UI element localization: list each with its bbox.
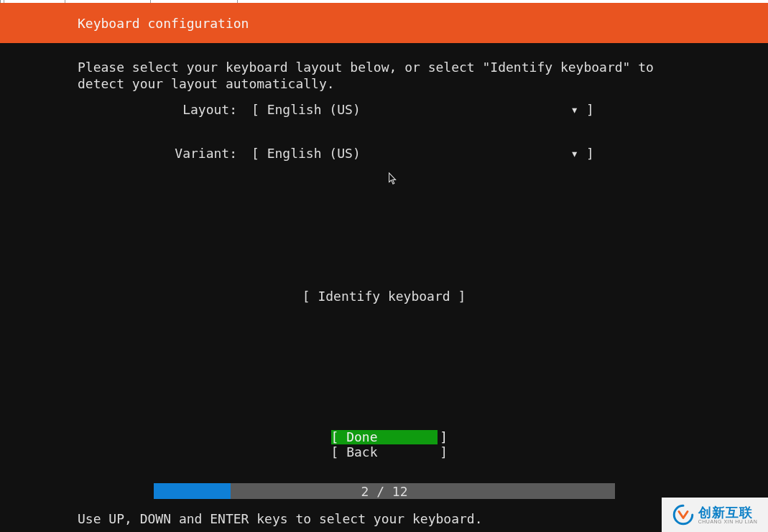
installer-header: Keyboard configuration xyxy=(0,3,768,43)
layout-dropdown[interactable]: [ English (US) ▾ ] xyxy=(251,102,594,117)
variant-label: Variant: xyxy=(0,146,251,161)
watermark: 创新互联 CHUANG XIN HU LIAN xyxy=(662,498,768,532)
hint-text: Use UP, DOWN and ENTER keys to select yo… xyxy=(78,511,483,526)
progress-bar: 2 / 12 xyxy=(154,483,615,499)
watermark-text: 创新互联 CHUANG XIN HU LIAN xyxy=(698,506,758,524)
watermark-logo-icon xyxy=(672,504,694,526)
browser-tab-strip xyxy=(0,0,768,3)
done-button[interactable]: [ Done ] xyxy=(331,430,438,445)
back-button[interactable]: [ Back ] xyxy=(331,445,438,460)
identify-keyboard-button[interactable]: [ Identify keyboard ] xyxy=(302,289,466,304)
page-title: Keyboard configuration xyxy=(78,16,249,31)
installer-main: Please select your keyboard layout below… xyxy=(0,43,768,532)
variant-dropdown[interactable]: [ English (US) ▾ ] xyxy=(251,146,594,161)
nav-buttons: [ Done ] [ Back ] xyxy=(0,429,768,460)
progress-text: 2 / 12 xyxy=(154,484,615,499)
instruction-text: Please select your keyboard layout below… xyxy=(78,59,696,93)
watermark-en: CHUANG XIN HU LIAN xyxy=(698,519,758,524)
layout-label: Layout: xyxy=(0,102,251,117)
watermark-cn: 创新互联 xyxy=(698,506,758,519)
